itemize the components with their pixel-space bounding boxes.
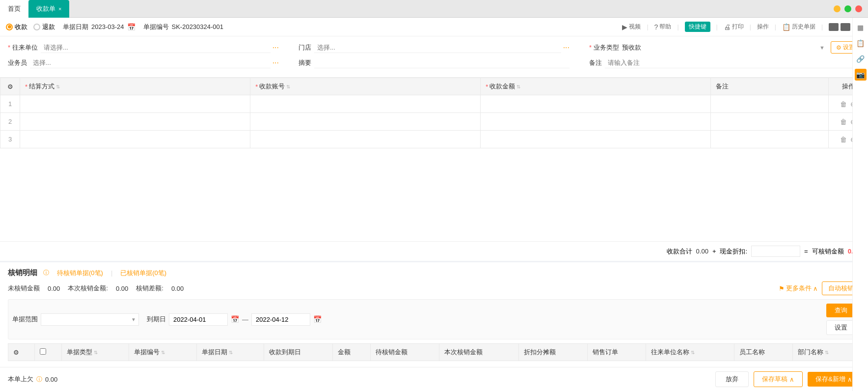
counterparty-input[interactable] [41,42,271,53]
date-from-icon[interactable]: 📅 [231,315,239,323]
window-controls [834,5,868,12]
date-from-input[interactable] [169,313,228,326]
counterparty-more-icon[interactable]: ··· [272,43,279,52]
order-info-icon[interactable]: ⓘ [36,375,42,384]
abandon-button[interactable]: 放弃 [715,371,749,387]
sales-rep-label: 业务员 [8,58,27,67]
row-2-delete-btn[interactable]: 🗑 [840,118,847,126]
main-table-wrapper[interactable]: ⚙ * 结算方式 ⇅ * 收款账号 [0,78,868,241]
date-range-dash: — [242,316,248,323]
sort-icon-counterparty[interactable]: ⇅ [691,350,695,355]
store-input[interactable] [314,42,561,53]
sort-icon-settlement[interactable]: ⇅ [56,84,60,89]
query-button[interactable]: 查询 [826,304,856,317]
view-icon-list[interactable]: ≡ [841,23,850,31]
hexiao-tab-done[interactable]: 已核销单据(0笔) [118,269,168,278]
sidebar-icon-link[interactable]: 🔗 [855,53,867,65]
row-2-remark[interactable] [711,113,829,131]
row-1-account[interactable] [250,95,481,113]
hexiao-header: 核销明细 ⓘ 待核销单据(0笔) | 已核销单据(0笔) [8,268,860,278]
sort-icon-number[interactable]: ⇅ [161,350,165,355]
remark-field: 备注 [589,57,860,68]
row-1-amount[interactable] [481,95,711,113]
table-row: 3 🗑 ⊕ [0,131,868,148]
bottom-th-number: 单据编号 ⇅ [129,344,196,361]
summary-input[interactable] [314,57,570,68]
shortcut-button[interactable]: 快捷键 [685,22,710,32]
date-to-input[interactable] [251,313,310,326]
refund-radio[interactable]: 退款 [33,23,55,31]
bottom-th-settings[interactable]: ⚙ [8,344,35,361]
table-header-account: * 收款账号 ⇅ [250,78,481,95]
search-settings-button[interactable]: 设置 [826,320,856,335]
close-button[interactable] [855,5,862,12]
row-3-settlement[interactable] [20,131,250,148]
print-button[interactable]: 🖨 打印 [724,23,744,31]
unverified-label: 未核销金额 [8,284,40,293]
summary-field: 摘要 [298,57,570,68]
row-2-amount[interactable] [481,113,711,131]
tab-close-icon[interactable]: × [58,6,61,12]
bottom-table-section[interactable]: ⚙ 单据类型 ⇅ 单据编号 [8,343,860,361]
tab-current[interactable]: 收款单 × [28,0,69,18]
sort-icon-date[interactable]: ⇅ [229,350,233,355]
search-range-select[interactable] [41,313,139,326]
row-1-remark[interactable] [711,95,829,113]
sales-rep-more-icon[interactable]: ··· [272,58,279,67]
row-3-amount[interactable] [481,131,711,148]
row-3-delete-btn[interactable]: 🗑 [840,136,847,143]
sidebar-icon-table[interactable]: ▦ [855,22,867,33]
operation-button[interactable]: 操作 [757,23,769,31]
tab-current-label: 收款单 [36,4,55,13]
bottom-table: ⚙ 单据类型 ⇅ 单据编号 [8,343,860,361]
table-header-remark: 备注 [711,78,829,95]
minimize-button[interactable] [834,5,841,12]
history-button[interactable]: 📋 历史单据 [782,23,815,31]
sort-icon-account[interactable]: ⇅ [286,84,290,89]
sort-icon-type[interactable]: ⇅ [94,350,98,355]
hexiao-info-icon[interactable]: ⓘ [43,269,49,277]
discount-label: 现金折扣: [720,247,747,256]
hexiao-tab-pending[interactable]: 待核销单据(0笔) [55,269,105,278]
maximize-button[interactable] [844,5,851,12]
bottom-th-counterparty: 往来单位名称 ⇅ [646,344,734,361]
date-to-icon[interactable]: 📅 [313,315,322,323]
view-icon-left[interactable]: ◁ [829,23,839,31]
video-button[interactable]: ▶ 视频 [622,23,641,31]
table-settings-header[interactable]: ⚙ [0,78,20,95]
row-2-account[interactable] [250,113,481,131]
sort-icon-amount[interactable]: ⇅ [516,84,520,89]
sidebar-icon-camera[interactable]: 📷 [855,69,867,81]
tab-home[interactable]: 首页 [0,0,28,18]
save-draft-label: 保存草稿 [762,375,787,384]
discount-input[interactable] [751,246,800,257]
table-header-settlement: * 结算方式 ⇅ [20,78,250,95]
select-all-checkbox[interactable] [40,348,46,355]
receipt-radio[interactable]: 收款 [6,23,27,31]
help-button[interactable]: ? 帮助 [654,23,672,31]
row-3-remark[interactable] [711,131,829,148]
store-more-icon[interactable]: ··· [563,43,570,52]
number-field: 单据编号 SK-20230324-001 [143,23,224,31]
save-draft-button[interactable]: 保存草稿 ∧ [754,371,803,387]
table-settings-icon[interactable]: ⚙ [7,83,13,90]
row-3-account[interactable] [250,131,481,148]
print-icon: 🖨 [724,23,731,31]
store-field: 门店 ··· [298,42,570,53]
sidebar-icon-clipboard[interactable]: 📋 [855,37,867,49]
remark-input[interactable] [605,57,860,68]
more-conditions-button[interactable]: ⚑ 更多条件 ∧ [779,284,818,293]
sales-rep-input[interactable] [30,57,271,68]
video-icon: ▶ [622,23,627,31]
current-hexiao-label: 本次核销金额: [68,284,108,293]
sort-icon-dept[interactable]: ⇅ [825,350,829,355]
more-conditions-chevron: ∧ [813,285,818,292]
row-1-delete-btn[interactable]: 🗑 [840,100,847,108]
business-type-dropdown-icon[interactable]: ▼ [819,45,825,51]
row-1-settlement[interactable] [20,95,250,113]
date-calendar-icon[interactable]: 📅 [127,23,136,31]
row-2-settlement[interactable] [20,113,250,131]
remark-label: 备注 [589,58,602,67]
business-type-label: 业务类型 [594,43,619,52]
main-content: 收款 退款 单据日期 2023-03-24 📅 单据编号 SK-20230324… [0,18,868,391]
